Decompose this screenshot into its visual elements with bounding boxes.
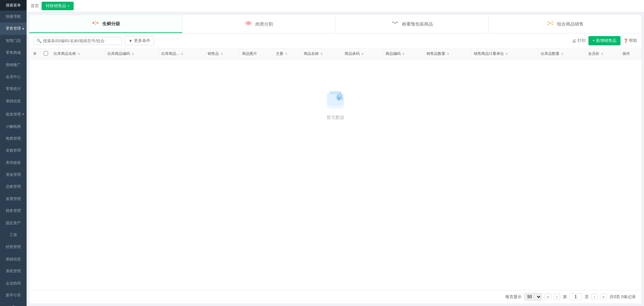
tab-meat-cut-label: 肉类分割: [255, 21, 273, 27]
topbar-tab-label: 特殊销售品: [46, 3, 66, 9]
sidebar-item-company[interactable]: 企业协同: [0, 277, 27, 289]
sidebar-item-newbie[interactable]: 新手引导: [0, 289, 27, 301]
sidebar-item-label: 发票管理: [6, 197, 21, 201]
sidebar-item-label: 小畅电商: [6, 124, 21, 128]
sidebar-item-label: 新手引导: [6, 293, 21, 297]
sidebar: 搜索菜单 快捷导航 零售管理 智慧门店 零售商城 营销推广 会员中心 零售统计 …: [0, 0, 27, 306]
first-page-button[interactable]: «: [544, 294, 551, 300]
sidebar-item-label: 快捷导航: [6, 14, 21, 18]
svg-point-5: [246, 22, 251, 25]
prev-page-button[interactable]: ‹: [554, 294, 560, 300]
type-tabs: 生鲜分级 肉类分割: [29, 15, 641, 33]
last-page-button[interactable]: »: [600, 294, 607, 300]
th-checkbox[interactable]: [40, 48, 51, 59]
th-product-image[interactable]: 商品图片: [240, 48, 273, 59]
sidebar-item-retail-stats[interactable]: 零售统计: [0, 83, 27, 95]
th-barcode[interactable]: 商品条码 ⇅: [342, 48, 383, 59]
th-out-qty[interactable]: 出库品数量 ⇅: [539, 48, 586, 59]
sidebar-logo-text: 搜索菜单: [6, 3, 21, 8]
sidebar-item-label: 电商管理: [6, 136, 21, 140]
sidebar-gear-button[interactable]: ⚙: [0, 301, 27, 306]
tab-weigh-pack[interactable]: 称重预包装商品: [335, 15, 489, 33]
th-product-name[interactable]: 商品名称 ⇅: [301, 48, 342, 59]
th-out-product-name[interactable]: 出库商品名称 ⇅: [51, 48, 105, 59]
th-product-code[interactable]: 商品编码 ⇅: [383, 48, 424, 59]
sidebar-item-tax[interactable]: 税务管理: [0, 205, 27, 217]
sidebar-item-label: 经营管理: [6, 245, 21, 249]
print-label: 打印: [578, 38, 586, 44]
weigh-pack-icon: [391, 20, 399, 28]
page-input[interactable]: [570, 293, 582, 300]
select-all-checkbox[interactable]: [44, 51, 48, 56]
filter-label: 更多条件: [134, 38, 150, 44]
page-suffix: 页: [585, 294, 589, 300]
tab-combo-sales[interactable]: 组合商品销售: [489, 15, 641, 33]
th-out-product-code[interactable]: 出库商品编码 ⇅: [105, 48, 159, 59]
toolbar: 🔍 ▼ 更多条件 🖨 打印 + 新增销售品 ❓ 帮助: [29, 33, 641, 48]
th-sales-product[interactable]: 销售品 ⇅: [205, 48, 240, 59]
sidebar-item-label: 系统管理: [6, 269, 21, 273]
help-button[interactable]: ❓ 帮助: [623, 38, 637, 44]
topbar-home-link[interactable]: 首页: [31, 3, 39, 9]
sidebar-item-label: 库存核算: [6, 160, 21, 165]
sort-icon: ⇅: [221, 52, 223, 56]
th-member-price[interactable]: 会员价 ⇅: [586, 48, 620, 59]
add-button[interactable]: + 新增销售品: [588, 36, 620, 45]
sort-icon: ⇅: [361, 52, 364, 56]
tab-fresh-grade[interactable]: 生鲜分级: [29, 15, 182, 33]
th-settings[interactable]: ⚙: [29, 48, 40, 59]
per-page-select[interactable]: 50 10 20 100: [524, 293, 542, 301]
sidebar-item-payroll[interactable]: 工资: [0, 229, 27, 241]
sidebar-item-retail-mall[interactable]: 零售商城: [0, 47, 27, 59]
sidebar-item-quick-nav[interactable]: 快捷导航: [0, 11, 27, 22]
sidebar-item-basic-info1[interactable]: 基础信息: [0, 95, 27, 107]
sidebar-item-basic-info2[interactable]: 基础信息: [0, 253, 27, 265]
search-icon: 🔍: [36, 39, 42, 43]
topbar-active-tab[interactable]: 特殊销售品 ×: [42, 2, 74, 10]
sidebar-item-promo[interactable]: 营销推广: [0, 59, 27, 71]
sidebar-item-finance[interactable]: 资金管理: [0, 169, 27, 181]
topbar-tab-close[interactable]: ×: [68, 4, 70, 8]
filter-button[interactable]: ▼ 更多条件: [125, 36, 154, 45]
sidebar-item-wholesale[interactable]: 批发管理: [0, 108, 27, 120]
sidebar-item-label: 基础信息: [6, 99, 21, 103]
sort-icon: ⇅: [181, 52, 183, 56]
th-sales-qty[interactable]: 销售品数量 ⇅: [424, 48, 471, 59]
sidebar-item-system-mgmt[interactable]: 系统管理: [0, 265, 27, 277]
th-out-product-short[interactable]: 出库商品... ⇅: [159, 48, 205, 59]
svg-point-14: [552, 24, 553, 25]
sidebar-item-ops-mgmt[interactable]: 经营管理: [0, 241, 27, 253]
th-sales-unit[interactable]: 销售商品计量单位 ⇅: [471, 48, 538, 59]
sidebar-item-inventory[interactable]: 库存核算: [0, 157, 27, 169]
next-page-button[interactable]: ›: [591, 294, 598, 300]
content-area: 生鲜分级 肉类分割: [29, 15, 641, 303]
sidebar-item-smart-store[interactable]: 智慧门店: [0, 35, 27, 47]
sidebar-item-label: 营销推广: [6, 63, 21, 67]
sort-icon: ⇅: [447, 52, 449, 56]
sidebar-item-purchase[interactable]: 采购管理: [0, 144, 27, 156]
search-box[interactable]: 🔍: [33, 37, 122, 45]
search-input[interactable]: [43, 39, 118, 43]
sidebar-item-fixed-assets[interactable]: 固定资产: [0, 217, 27, 229]
tab-meat-cut[interactable]: 肉类分割: [182, 15, 335, 33]
sidebar-item-retail-mgmt[interactable]: 零售管理: [0, 22, 27, 34]
sidebar-item-invoice[interactable]: 发票管理: [0, 193, 27, 205]
sidebar-item-label: 智慧门店: [6, 39, 21, 43]
th-weight[interactable]: 主量 ⇅: [273, 48, 301, 59]
sort-icon: ⇅: [601, 52, 603, 56]
sidebar-item-label: 批发管理: [6, 112, 21, 116]
empty-state: 暂无数据: [29, 59, 641, 148]
sidebar-logo[interactable]: 搜索菜单: [0, 0, 27, 11]
sidebar-item-member-center[interactable]: 会员中心: [0, 71, 27, 83]
help-label: 帮助: [629, 38, 637, 44]
sidebar-item-ecomm-mgmt[interactable]: 电商管理: [0, 133, 27, 144]
sidebar-item-label: 零售统计: [6, 87, 21, 91]
th-action: 操作: [620, 48, 641, 59]
svg-point-2: [96, 22, 99, 24]
sidebar-item-mini-ecomm[interactable]: 小畅电商: [0, 121, 27, 133]
sidebar-item-general-ledger[interactable]: 总账管理: [0, 181, 27, 193]
print-button[interactable]: 🖨 打印: [572, 38, 586, 44]
empty-text: 暂无数据: [327, 114, 344, 121]
add-label: + 新增销售品: [593, 38, 616, 44]
sort-icon: ⇅: [402, 52, 405, 56]
